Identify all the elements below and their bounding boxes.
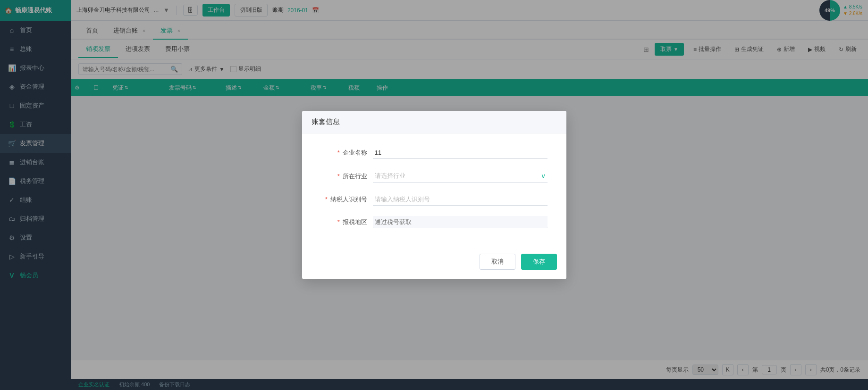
required-star-2: * xyxy=(337,173,340,180)
tax-region-input xyxy=(373,216,548,228)
tax-region-label: * 报税地区 xyxy=(321,218,373,226)
tax-id-input[interactable] xyxy=(373,193,548,206)
industry-row: * 所在行业 请选择行业 ∨ xyxy=(321,169,548,183)
save-button[interactable]: 保存 xyxy=(521,254,557,270)
modal-footer: 取消 保存 xyxy=(302,248,566,279)
tax-id-label: * 纳税人识别号 xyxy=(321,195,373,204)
modal-title: 账套信息 xyxy=(312,117,340,125)
required-star-1: * xyxy=(337,149,340,156)
modal-body: * 企业名称 * 所在行业 请选择行业 ∨ * xyxy=(302,133,566,248)
tax-region-row: * 报税地区 xyxy=(321,216,548,228)
industry-dropdown-icon: ∨ xyxy=(541,172,546,180)
industry-label: * 所在行业 xyxy=(321,172,373,181)
company-name-input[interactable] xyxy=(373,147,548,159)
modal-overlay: 账套信息 * 企业名称 * 所在行业 请选择行业 ∨ xyxy=(0,0,868,390)
required-star-4: * xyxy=(337,218,340,225)
company-name-label: * 企业名称 xyxy=(321,149,373,157)
tax-id-row: * 纳税人识别号 xyxy=(321,193,548,206)
company-name-row: * 企业名称 xyxy=(321,147,548,159)
modal-header: 账套信息 xyxy=(302,111,566,133)
cancel-button[interactable]: 取消 xyxy=(480,254,515,270)
required-star-3: * xyxy=(325,196,328,203)
account-info-modal: 账套信息 * 企业名称 * 所在行业 请选择行业 ∨ xyxy=(302,111,566,279)
industry-placeholder: 请选择行业 xyxy=(375,172,405,180)
industry-select[interactable]: 请选择行业 ∨ xyxy=(373,169,548,183)
